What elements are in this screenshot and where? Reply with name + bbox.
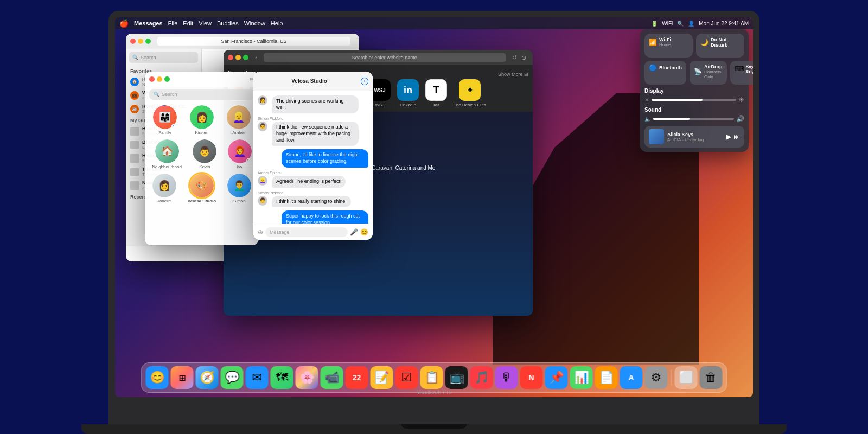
dock-pages[interactable]: 📄 [595,366,618,389]
coffee-location-icon: ☕ [130,105,139,113]
buddies-menu[interactable]: Buddies [217,20,239,27]
dock-maps[interactable]: 🗺 [271,366,293,389]
messages-chat-window: Velosa Studio i 👩 The driving scenes are… [253,72,373,240]
close-button[interactable] [130,39,136,44]
chat-info-button[interactable]: i [361,78,368,85]
avatar-family[interactable]: 👨‍👩‍👧 Home! Family [153,105,177,135]
online-indicator [171,124,177,129]
avatar-kevin[interactable]: 👨 Kevin [193,139,216,169]
avatar-janelle[interactable]: 👩 Janelle [152,174,176,203]
avatar-simon[interactable]: 👨‍🦱 Simon [227,174,251,203]
file-menu[interactable]: File [168,20,178,27]
edit-menu[interactable]: Edit [183,20,193,27]
dock-calendar[interactable]: 22 [346,366,368,389]
show-more-button[interactable]: Show More ⊞ [498,72,528,77]
message-bubble: Super happy to lock this rough cut for o… [282,210,368,224]
screen: 🍎 Messages File Edit View Buddies Window… [115,17,753,397]
dock-news[interactable]: N [520,366,543,389]
maps-url-bar[interactable]: San Francisco - California, US [157,37,350,46]
maps-titlebar: San Francisco - California, US [126,34,359,49]
fav-tait[interactable]: T Tait [425,79,447,107]
browser-close-button[interactable] [228,55,233,60]
browser-maximize-button[interactable] [243,55,248,60]
browser-url-bar[interactable]: Search or enter website name [264,53,506,62]
dock-facetime[interactable]: 📹 [321,366,343,389]
back-icon[interactable]: ‹ [255,54,257,61]
avatar-neighbourhood[interactable]: 🏠 Neighbourhood [152,139,182,169]
moon-icon: 🌙 [700,39,709,46]
search-icon: 🔍 [132,55,138,60]
avatar-kirsten[interactable]: 👩 Kirsten [190,105,214,135]
keyboard-icon: ⌨ [735,65,744,73]
volume-low-icon: 🔈 [644,116,651,122]
view-menu[interactable]: View [199,20,212,27]
album-art [649,129,664,144]
maps-search-input[interactable]: 🔍 Search [129,52,198,63]
user-icon[interactable]: 👤 [688,21,694,27]
dock-system-prefs[interactable]: ⚙ [645,366,668,389]
do-not-disturb-tile[interactable]: 🌙 Do Not Disturb [696,34,744,58]
brightness-slider[interactable] [652,99,736,101]
now-playing-widget: Alicia Keys ALICIA - Underdog ▶ ⏭ [644,126,744,148]
bluetooth-tile[interactable]: 🔵 Bluetooth [644,61,686,85]
play-button[interactable]: ▶ [726,133,731,141]
dock-launchpad[interactable]: ⊞ [171,366,194,389]
avatar-velosa-studio[interactable]: 🎨 Velosa Studio [188,174,216,203]
airdrop-tile[interactable]: 📡 AirDrop Contacts Only [690,61,727,85]
dock-desktop[interactable]: ⬜ [675,366,698,389]
wifi-status-icon: WiFi [662,21,673,27]
emoji-icon[interactable]: 😊 [360,228,368,236]
search-icon[interactable]: 🔍 [677,21,684,27]
dock-stickies[interactable]: 📝 [371,366,393,389]
dock-shortcuts[interactable]: 📌 [545,366,568,389]
next-track-button[interactable]: ⏭ [733,133,740,141]
dock-music[interactable]: 🎵 [470,366,493,389]
contact-avatars-grid: 👨‍👩‍👧 Home! Family 👩 [145,102,259,211]
control-center: 📶 Wi-Fi Home 🌙 Do Not Disturb [640,29,749,152]
reload-icon[interactable]: ↺ [512,54,517,61]
share-icon[interactable]: ⊕ [521,54,526,61]
contacts-row-3: 👩 Janelle 🎨 Velosa Studio [149,174,254,203]
home-bubble-label: Home! [153,105,167,106]
dock-app-store[interactable]: A [620,366,643,389]
message-bubble: Agreed! The ending is perfect! [272,176,346,188]
dock-messages[interactable]: 💬 [221,366,244,389]
message-input[interactable]: Message [265,227,348,237]
avatar-amber[interactable]: 👱‍♀️ Amber [227,105,251,135]
browser-titlebar: ‹ Search or enter website name ↺ ⊕ [224,50,533,65]
menu-bar: 🍎 Messages File Edit View Buddies Window… [115,17,753,29]
dock-reminders[interactable]: ☑ [395,366,418,389]
dock-photos[interactable]: 🌸 [296,366,318,389]
msg-close-button[interactable] [149,76,155,82]
dock-safari[interactable]: 🧭 [196,366,219,389]
wifi-tile[interactable]: 📶 Wi-Fi Home [644,34,693,58]
msg-maximize-button[interactable] [164,76,170,82]
apps-icon[interactable]: ⊕ [258,228,263,236]
dock-podcasts[interactable]: 🎙 [495,366,518,389]
messages-search-input[interactable]: 🔍 Search [149,89,254,100]
window-menu[interactable]: Window [244,20,265,27]
browser-minimize-button[interactable] [235,55,241,60]
home-location-icon: 🏠 [130,78,139,86]
volume-slider[interactable] [653,118,734,120]
dock-mail[interactable]: ✉ [246,366,269,389]
app-name-menu[interactable]: Messages [134,20,163,27]
keyboard-brightness-tile[interactable]: ⌨ Keyboard Brightness [730,61,754,85]
minimize-button[interactable] [138,39,143,44]
msg-minimize-button[interactable] [157,76,162,82]
maximize-button[interactable] [145,39,151,44]
wifi-icon: 📶 [649,39,657,46]
dock-finder[interactable]: 😊 [146,366,169,389]
apple-logo-icon[interactable]: 🍎 [119,19,129,28]
track-title: Alicia Keys [667,132,723,137]
dock-trash[interactable]: 🗑 [700,366,723,389]
audio-icon[interactable]: 🎤 [350,228,358,236]
dock-appletv[interactable]: 📺 [445,366,468,389]
dock-notes[interactable]: 📋 [420,366,443,389]
fav-linkedin[interactable]: in LinkedIn [397,79,419,107]
fav-design-files[interactable]: ✦ The Design Files [454,79,486,107]
help-menu[interactable]: Help [271,20,283,27]
bluetooth-icon: 🔵 [649,64,657,72]
dock-numbers[interactable]: 📊 [570,366,593,389]
avatar-ivy[interactable]: 👩‍🦰 ♥ Ivy [228,139,252,169]
